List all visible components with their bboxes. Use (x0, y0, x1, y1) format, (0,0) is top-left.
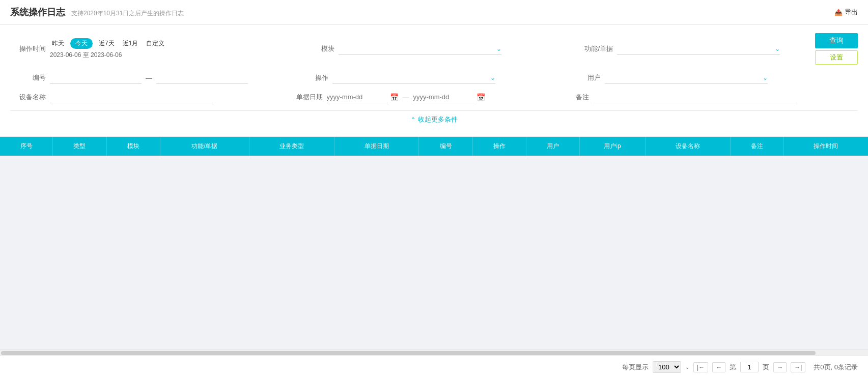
last-page-button[interactable]: →| (791, 362, 805, 372)
remark-input[interactable] (593, 91, 797, 103)
user-select[interactable]: ⌄ (605, 72, 768, 84)
per-page-label: 每页显示 (622, 363, 649, 372)
module-chevron-icon: ⌄ (496, 45, 501, 52)
page-number-input[interactable] (740, 362, 759, 372)
time-btn-yesterday[interactable]: 昨天 (50, 38, 66, 49)
module-label: 模块 (299, 44, 334, 53)
col-code: 编号 (419, 137, 472, 156)
time-btn-7days[interactable]: 近7天 (97, 38, 117, 49)
col-module: 模块 (106, 137, 160, 156)
col-op-time: 操作时间 (783, 137, 868, 156)
function-chevron-icon: ⌄ (775, 45, 780, 52)
calendar-start-icon[interactable]: 📅 (390, 93, 399, 101)
doc-date-dash: — (403, 94, 409, 101)
collapse-bar: ⌃ 收起更多条件 (10, 110, 858, 128)
next-page-button[interactable]: → (773, 362, 787, 372)
page-label: 第 (730, 363, 736, 372)
doc-date-end-input[interactable] (413, 91, 474, 103)
col-function: 功能/单据 (160, 137, 249, 156)
module-select[interactable]: ⌄ (339, 43, 501, 55)
doc-date-label: 单据日期 (287, 93, 323, 102)
page-unit: 页 (763, 363, 769, 372)
code-input-end[interactable] (156, 72, 248, 84)
pagination-bar: 每页显示 100 50 200 500 ⌄ |← ← 第 页 → →| 共0页,… (0, 356, 868, 378)
col-operation: 操作 (472, 137, 526, 156)
col-index: 序号 (0, 137, 53, 156)
first-page-button[interactable]: |← (693, 362, 708, 372)
prev-page-button[interactable]: ← (712, 362, 725, 372)
table-wrapper: 序号 类型 模块 功能/单据 业务类型 单据日期 编号 操作 用户 用户ip 设… (0, 137, 868, 350)
col-device: 设备名称 (646, 137, 731, 156)
code-dash: — (146, 74, 152, 82)
operation-select[interactable]: ⌄ (332, 72, 495, 84)
time-btn-today[interactable]: 今天 (70, 38, 93, 49)
col-type: 类型 (53, 137, 106, 156)
time-btn-1month[interactable]: 近1月 (121, 38, 141, 49)
collapse-chevron-icon: ⌃ (410, 116, 416, 124)
user-label: 用户 (555, 73, 601, 82)
export-button[interactable]: 📤 导出 (834, 8, 858, 17)
function-select[interactable]: ⌄ (617, 43, 780, 55)
remark-label: 备注 (543, 93, 589, 102)
calendar-end-icon[interactable]: 📅 (477, 93, 485, 101)
device-input[interactable] (50, 91, 213, 103)
doc-date-start-input[interactable] (327, 91, 388, 103)
device-label: 设备名称 (10, 93, 46, 102)
export-icon: 📤 (834, 9, 843, 16)
col-doc-date: 单据日期 (334, 137, 419, 156)
action-buttons: 查询 设置 (815, 33, 858, 65)
data-table: 序号 类型 模块 功能/单据 业务类型 单据日期 编号 操作 用户 用户ip 设… (0, 137, 868, 156)
page-subtitle: 支持2020年10月31日之后产生的操作日志 (71, 9, 184, 18)
col-user-ip: 用户ip (579, 137, 645, 156)
col-biz-type: 业务类型 (249, 137, 334, 156)
col-remark: 备注 (730, 137, 783, 156)
chevron-down-icon: ⌄ (685, 364, 689, 370)
collapse-label: 收起更多条件 (418, 115, 458, 124)
query-button[interactable]: 查询 (815, 33, 858, 48)
code-input-start[interactable] (50, 72, 142, 84)
collapse-button[interactable]: ⌃ 收起更多条件 (410, 115, 458, 124)
col-user: 用户 (526, 137, 579, 156)
time-btn-custom[interactable]: 自定义 (144, 38, 166, 49)
scrollbar-thumb[interactable] (1, 351, 816, 355)
date-range-display: 2023-06-06 至 2023-06-06 (50, 51, 166, 60)
horizontal-scrollbar[interactable] (0, 350, 868, 356)
table-header-row: 序号 类型 模块 功能/单据 业务类型 单据日期 编号 操作 用户 用户ip 设… (0, 137, 868, 156)
per-page-select[interactable]: 100 50 200 500 (653, 361, 681, 373)
time-label: 操作时间 (10, 44, 46, 53)
settings-button[interactable]: 设置 (815, 50, 858, 65)
operation-label: 操作 (293, 73, 328, 82)
operation-chevron-icon: ⌄ (490, 74, 495, 81)
code-label: 编号 (10, 73, 46, 82)
user-chevron-icon: ⌄ (763, 74, 768, 81)
function-label: 功能/单据 (567, 44, 613, 53)
export-label: 导出 (845, 8, 858, 17)
page-summary: 共0页, 0条记录 (814, 363, 858, 372)
page-title: 系统操作日志 (10, 6, 65, 18)
